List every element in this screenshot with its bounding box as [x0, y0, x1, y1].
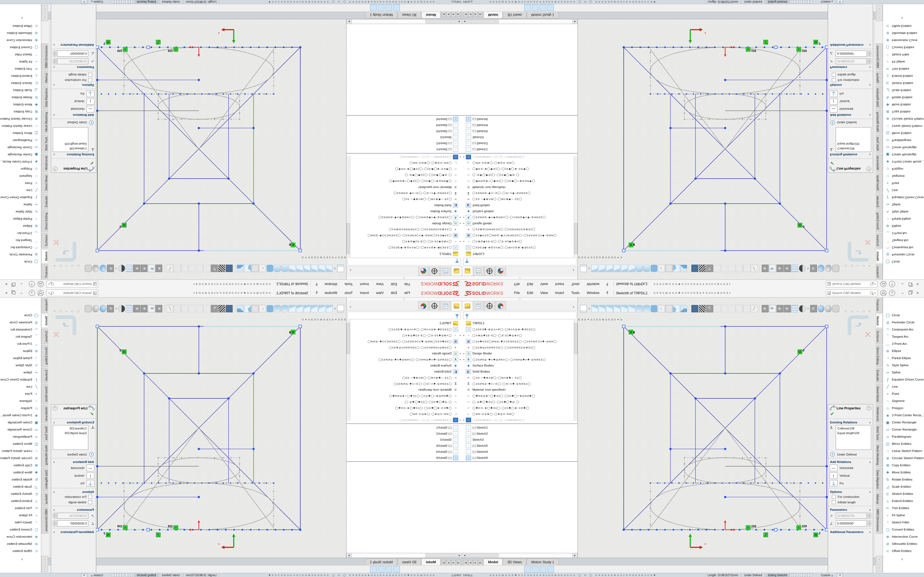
add-relations-header[interactable]: Add Relations ∧ [828, 113, 873, 118]
sketch-tool-item[interactable]: ⊜ Ellipse [883, 222, 924, 230]
tree-pane-splitter[interactable] [347, 153, 462, 153]
sketch-tool-item[interactable]: ⊛ Circular Sketch Pattern [883, 455, 924, 462]
relation-button[interactable]: | Vertical [51, 98, 96, 105]
equal-length-badge[interactable]: ≡109 [115, 524, 128, 531]
sketch-tool-item[interactable]: ⊛ Circular Sketch Pattern [883, 115, 924, 122]
sketch-item[interactable]: ⌐ (-) Sketch4 [462, 449, 577, 455]
command-icon[interactable] [714, 265, 720, 272]
scrollbar-thumb[interactable] [347, 323, 350, 354]
vertical-tab[interactable]: Weldments [41, 153, 48, 172]
command-icon[interactable] [115, 268, 117, 269]
scrollbar-thumb[interactable] [574, 223, 577, 254]
command-icon[interactable] [714, 305, 720, 313]
vertical-tab[interactable]: Mold Tools [41, 424, 48, 442]
bottom-toolbar-icon[interactable] [393, 566, 400, 572]
tree-horizontal-scrollbar[interactable]: ◀ ▶ [347, 553, 462, 558]
tab-scroll-icon[interactable]: ▶ [446, 11, 451, 17]
tree-item[interactable]: ▱ ◯✚ИN◎⊕+◯✱⊙[◯◦◯]⊙✱◯+⊕◎NИ✚◯ [462, 393, 577, 399]
bottom-toolbar-icon[interactable] [424, 5, 431, 11]
scroll-left-icon[interactable]: ◀ [462, 553, 467, 558]
tree-item[interactable]: ∞ ◯2S·∩✱⊕ΑM◯◦◯MΑ⊕✱∩·S2◯ [462, 374, 577, 380]
command-icon[interactable] [825, 305, 832, 313]
document-tab[interactable]: Motion Study 1 [365, 11, 397, 18]
sketch-tool-item[interactable]: ⊏ Stretch Entities [0, 80, 41, 87]
command-icon[interactable] [832, 305, 839, 313]
command-icon[interactable] [244, 305, 251, 313]
pin-icon[interactable] [315, 282, 319, 286]
tree-item[interactable]: ▸ ▤ Design Binder [347, 350, 462, 356]
bottom-toolbar-icon[interactable] [447, 566, 454, 572]
command-icon[interactable] [751, 265, 758, 272]
command-icon[interactable] [289, 305, 296, 313]
vertical-tab[interactable]: Sheet Metal [876, 384, 883, 404]
sketch-item[interactable]: ⌐ Sketch3 [462, 437, 577, 443]
help-icon[interactable]: ? [866, 406, 871, 411]
sketch-tool-item[interactable]: ⊜ Ellipse [0, 222, 41, 230]
command-icon[interactable] [115, 308, 117, 309]
sketch-tool-item[interactable]: ∷ Segment [883, 172, 924, 180]
relation-badge[interactable]: ╱ [156, 532, 161, 537]
tree-item[interactable]: ◆ Surface Bodies [462, 208, 577, 214]
document-tab[interactable]: Motion Study 1 [365, 559, 397, 566]
command-icon[interactable] [166, 305, 173, 313]
sketch-tool-item[interactable]: ◠ Centerpoint Arc [0, 326, 41, 333]
command-icon[interactable] [628, 305, 635, 313]
command-icon[interactable] [85, 305, 92, 313]
parameters-header[interactable]: Parameters ∧ [51, 65, 96, 70]
heads-up-view-toolbar[interactable]: ⊙ЄƎ⊙Ш⊙⊙⊙✚⊙ƆC⊙ЄƎ⊙✦⊙2S⊙⊕⊙ЄƎ⊙✦⊙ [577, 256, 741, 259]
document-tab[interactable]: 3D Views [503, 11, 527, 18]
command-icon[interactable] [606, 305, 613, 313]
tree-item[interactable]: ▸ ■ ◯2SЄƎИNΛ∩·◯◦◯·∩ΛNИƎЄS2◯ [462, 417, 577, 423]
bottom-toolbar-icon[interactable] [409, 566, 415, 572]
tab-scroll-icon[interactable]: ▶| [478, 11, 483, 17]
tree-item[interactable]: ◆ Surface Bodies [347, 208, 462, 214]
relation-button-icon[interactable]: ⚓ [830, 90, 837, 97]
vertical-tab[interactable]: Sketch [41, 249, 48, 263]
command-icon[interactable] [762, 265, 769, 272]
parameter-input[interactable]: 10.88152731 [57, 513, 88, 519]
bottom-toolbar-icon[interactable] [486, 5, 492, 11]
sketch-tool-item[interactable]: ◜ Sketch Fillet [0, 519, 41, 526]
vertical-tab[interactable]: MBD Dimensions [876, 507, 883, 533]
sketch-tool-item[interactable]: ◈ 3 Point Center Recta... [883, 158, 924, 165]
ok-check-button[interactable]: ✔ [51, 160, 96, 166]
sketch-item[interactable]: ⌐ (-) Sketch4 [347, 449, 462, 455]
tree-vertical-scrollbar[interactable] [347, 156, 351, 258]
tab-drag-handle-icon[interactable]: ⁞ [876, 5, 883, 13]
panel-splitter-handle[interactable] [347, 297, 462, 301]
add-relations-header[interactable]: Add Relations ∧ [51, 113, 96, 118]
relation-button-icon[interactable]: — [830, 465, 837, 471]
tree-item[interactable]: Σ ◯2SИN◎◦✚Α∩Є◯◦◯Ǝ∩Α✚◦◎NИS2◯ [347, 190, 462, 197]
expander-icon[interactable]: ▸ [458, 358, 462, 361]
bottom-toolbar-icon[interactable] [378, 566, 384, 572]
tree-item[interactable]: ◕ ◯2S⊕◎2SИNЄS2◯◦◯2SЄNИS2◎⊕S2◯ [347, 344, 462, 350]
relation-badge[interactable]: ╱ [763, 40, 768, 45]
scroll-left-icon[interactable]: ◀ [462, 19, 467, 24]
expander-icon[interactable]: ▸ [458, 419, 462, 421]
command-icon[interactable] [189, 265, 195, 272]
command-icon[interactable] [281, 265, 288, 272]
sketch-tool-item[interactable]: ▣ Center Rectangle [883, 419, 924, 426]
sketch-tool-item[interactable]: ◡ 3 Point Arc [0, 340, 41, 347]
command-icon[interactable] [729, 305, 735, 313]
expander-icon[interactable]: ▸ [458, 222, 462, 225]
scrollbar-thumb[interactable] [468, 554, 499, 557]
sketch-item[interactable]: ⌐ (-) Sketch4 [347, 122, 462, 128]
panel-splitter-handle[interactable] [462, 297, 577, 301]
sketch-tool-item[interactable]: ◇ Polygon [883, 165, 924, 172]
command-icon[interactable] [792, 265, 798, 272]
tree-item[interactable]: ∞ ◯2S·∩✱⊕ΑM◯◦◯MΑ⊕✱∩·S2◯ [347, 197, 462, 203]
scroll-right-icon[interactable]: ▶ [573, 553, 577, 558]
vertical-tab[interactable]: Mesh Modeling [41, 110, 48, 134]
checkbox[interactable] [832, 500, 836, 504]
ok-check-button[interactable]: ✔ [828, 411, 873, 417]
tab-display-manager[interactable] [495, 301, 506, 311]
command-icon[interactable] [810, 305, 817, 313]
tree-item[interactable]: ▸ ▤ Design Binder [462, 350, 577, 356]
expander-icon[interactable]: ▸ [458, 334, 462, 337]
tree-item[interactable]: ▸ ◔ ◯Λ⊕◎✚2S◦Є◯◦◯Ǝ◦S2✚◎⊕Λ◯ [462, 239, 577, 245]
bottom-toolbar-icon[interactable] [509, 5, 515, 11]
tree-pane-splitter[interactable] [347, 461, 462, 462]
sketch-tool-item[interactable]: ▭ Corner Rectangle [883, 144, 924, 151]
restore-button[interactable] [906, 289, 914, 297]
